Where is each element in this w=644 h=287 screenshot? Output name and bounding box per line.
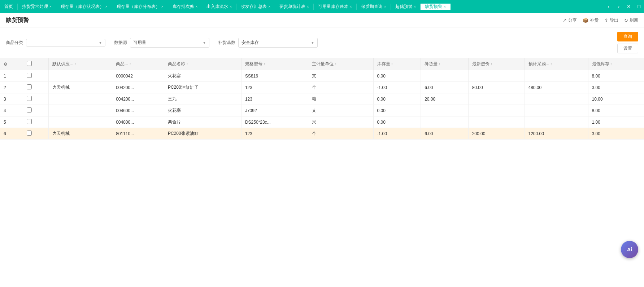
export-button[interactable]: ⇪ 导出	[604, 17, 618, 23]
tab-order-stats[interactable]: 要货单统计表×	[275, 4, 314, 10]
col-header-unit[interactable]: 主计量单位↕	[308, 58, 373, 70]
cell-product_name-1: 火花塞	[164, 70, 241, 82]
tab-close-overstock[interactable]: ×	[414, 5, 416, 9]
share-button[interactable]: ↗ 分享	[563, 17, 577, 23]
cell-min_stock-2: 3.00	[588, 82, 644, 93]
cell-unit-2: 个	[308, 82, 373, 93]
tab-overstock[interactable]: 超储预警×	[391, 4, 421, 10]
tab-prev-btn[interactable]: ‹	[604, 0, 614, 13]
col-header-spec[interactable]: 规格型号↕	[241, 58, 308, 70]
row-cb-5[interactable]	[27, 119, 32, 124]
page-title: 缺货预警	[6, 17, 29, 24]
sort-product_name[interactable]: 商品名称↕	[168, 61, 188, 67]
replenish-base-select[interactable]: 安全库存 ▼	[238, 38, 318, 48]
tab-close-order-stats[interactable]: ×	[307, 5, 309, 9]
category-select[interactable]: ▼	[26, 39, 105, 47]
sort-min_stock[interactable]: 最低库存↕	[592, 61, 612, 67]
cell-stock-2: -1.00	[373, 82, 421, 93]
tab-close-available-ledger[interactable]: ×	[350, 5, 352, 9]
row-cb-4[interactable]	[27, 107, 32, 112]
col-header-product_name[interactable]: 商品名称↕	[164, 58, 241, 70]
tab-label-batch-account: 库存批次账	[173, 4, 194, 10]
table-row: 3004200...三九123箱0.0020.0010.00	[0, 93, 644, 105]
cell-replenish-4	[421, 105, 469, 116]
tab-abnormal[interactable]: 拣货异常处理×	[18, 4, 56, 10]
row-checkbox-5[interactable]	[23, 116, 49, 128]
tab-shortage[interactable]: 缺货预警×	[421, 4, 451, 10]
ai-assistant-button[interactable]: Ai	[621, 241, 638, 258]
datasource-select[interactable]: 可用量 ▼	[130, 38, 209, 48]
row-cb-1[interactable]	[27, 73, 32, 78]
tab-inventory-dist[interactable]: 现存量（库存分布表）×	[112, 4, 168, 10]
cell-est_purchase-6: 1200.00	[525, 128, 588, 140]
tab-batch-account[interactable]: 库存批次账×	[168, 4, 203, 10]
tab-close-batch-account[interactable]: ×	[196, 5, 198, 9]
sort-unit[interactable]: 主计量单位↕	[312, 61, 336, 67]
col-header-latest_price[interactable]: 最新进价↕	[468, 58, 525, 70]
tab-close-expiry[interactable]: ×	[384, 5, 386, 9]
tab-inout-flow[interactable]: 出入库流水×	[202, 4, 236, 10]
sort-latest_price[interactable]: 最新进价↕	[472, 61, 492, 67]
tab-close-inout-flow[interactable]: ×	[230, 5, 232, 9]
sort-stock[interactable]: 库存量↕	[377, 61, 393, 67]
cell-est_purchase-2: 480.00	[525, 82, 588, 93]
col-header-replenish[interactable]: 补货量↕	[421, 58, 469, 70]
cell-spec-1: SS816	[241, 70, 308, 82]
tab-available-ledger[interactable]: 可用量库存账本×	[314, 4, 357, 10]
row-cb-6[interactable]	[27, 131, 32, 136]
tab-label-shortage: 缺货预警	[425, 4, 442, 10]
cell-product_code-5: 004800...	[112, 116, 164, 128]
replenish-button[interactable]: 📦 补货	[583, 17, 599, 23]
row-num-3: 3	[0, 93, 23, 105]
sort-spec[interactable]: 规格型号↕	[245, 61, 265, 67]
share-icon: ↗	[563, 18, 567, 23]
sort-default_supplier[interactable]: 默认供应...↕	[52, 61, 76, 67]
replenish-label: 补货	[590, 17, 599, 23]
row-cb-2[interactable]	[27, 84, 32, 89]
cell-product_name-3: 三九	[164, 93, 241, 105]
tab-close-inventory-status[interactable]: ×	[105, 5, 108, 9]
cell-min_stock-3: 10.00	[588, 93, 644, 105]
cell-unit-4: 支	[308, 105, 373, 116]
row-checkbox-4[interactable]	[23, 105, 49, 116]
col-header-default_supplier[interactable]: 默认供应...↕	[49, 58, 112, 70]
row-checkbox-1[interactable]	[23, 70, 49, 82]
row-checkbox-3[interactable]	[23, 93, 49, 105]
cell-replenish-5	[421, 116, 469, 128]
tab-home[interactable]: 首页	[0, 4, 18, 10]
gear-icon[interactable]: ⚙	[4, 62, 8, 67]
sort-est_purchase[interactable]: 预计采购...↕	[528, 61, 552, 67]
cell-product_code-2: 004200...	[112, 82, 164, 93]
tab-label-inout-flow: 出入库流水	[206, 4, 228, 10]
sort-icon-min_stock: ↕	[610, 62, 612, 66]
cell-default_supplier-5	[49, 116, 112, 128]
tab-close-btn[interactable]: ✕	[624, 0, 634, 13]
row-cb-3[interactable]	[27, 96, 32, 101]
tab-close-collect-summary[interactable]: ×	[268, 5, 270, 9]
query-button[interactable]: 查询	[617, 32, 638, 41]
replenish-base-arrow-icon: ▼	[311, 41, 314, 45]
row-checkbox-6[interactable]	[23, 128, 49, 140]
sort-icon-stock: ↕	[391, 62, 393, 66]
col-header-stock[interactable]: 库存量↕	[373, 58, 421, 70]
sort-product_code[interactable]: 商品...↕	[116, 61, 131, 67]
refresh-button[interactable]: ↻ 刷新	[624, 17, 638, 23]
col-header-est_purchase[interactable]: 预计采购...↕	[525, 58, 588, 70]
col-header-min_stock[interactable]: 最低库存↕	[588, 58, 644, 70]
col-header-product_code[interactable]: 商品...↕	[112, 58, 164, 70]
tab-maximize-btn[interactable]: □	[634, 0, 644, 13]
sort-replenish[interactable]: 补货量↕	[425, 61, 440, 67]
tab-collect-summary[interactable]: 收发存汇总表×	[236, 4, 275, 10]
settings-button[interactable]: 设置	[617, 44, 638, 53]
tab-label-overstock: 超储预警	[395, 4, 413, 10]
cell-default_supplier-3	[49, 93, 112, 105]
tab-next-btn[interactable]: ›	[614, 0, 624, 13]
tab-close-shortage[interactable]: ×	[444, 5, 446, 9]
tab-inventory-status[interactable]: 现存量（库存状况表）×	[56, 4, 112, 10]
row-checkbox-2[interactable]	[23, 82, 49, 93]
tab-expiry[interactable]: 保质期查询×	[357, 4, 391, 10]
tab-close-inventory-dist[interactable]: ×	[161, 5, 164, 9]
cell-latest_price-6: 200.00	[468, 128, 525, 140]
select-all-checkbox[interactable]	[27, 61, 32, 66]
tab-close-abnormal[interactable]: ×	[49, 5, 52, 9]
